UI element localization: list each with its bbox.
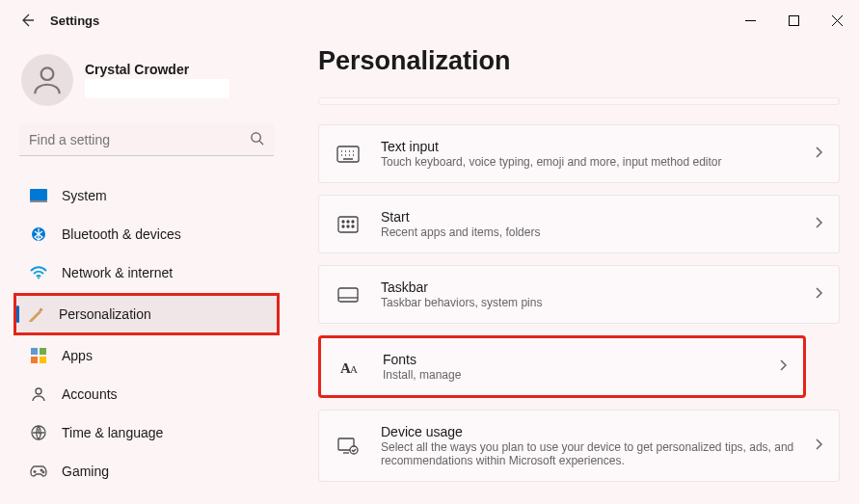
page-title: Personalization (318, 46, 840, 76)
svg-rect-8 (31, 348, 38, 355)
taskbar-icon (335, 283, 362, 306)
tile-fonts[interactable]: AA Fonts Install, manage (318, 335, 806, 398)
back-arrow-icon (19, 13, 35, 28)
svg-rect-9 (40, 348, 46, 355)
svg-rect-24 (338, 288, 358, 302)
sidebar-item-label: Personalization (59, 306, 151, 322)
user-name: Crystal Crowder (85, 62, 229, 77)
tile-device-usage[interactable]: Device usage Select all the ways you pla… (318, 410, 840, 482)
svg-rect-11 (40, 357, 46, 363)
personalization-icon (26, 306, 45, 322)
svg-rect-3 (30, 189, 47, 200)
wifi-icon (29, 265, 48, 280)
svg-point-15 (42, 471, 44, 473)
fonts-icon: AA (336, 356, 363, 379)
sidebar-item-personalization[interactable]: Personalization (16, 296, 277, 332)
svg-rect-10 (31, 357, 38, 363)
user-profile[interactable]: Crystal Crowder (21, 54, 274, 106)
sidebar-item-gaming[interactable]: Gaming (19, 453, 274, 490)
svg-point-12 (36, 388, 41, 394)
sidebar-item-label: Gaming (62, 464, 109, 479)
gaming-icon (29, 464, 48, 479)
tile-text-input[interactable]: Text input Touch keyboard, voice typing,… (318, 124, 840, 183)
svg-point-6 (38, 278, 40, 279)
sidebar-item-network[interactable]: Network & internet (19, 254, 274, 291)
svg-rect-0 (790, 15, 799, 25)
tile-title: Text input (381, 139, 794, 154)
time-language-icon (29, 425, 48, 440)
window-title: Settings (50, 13, 99, 28)
svg-point-19 (347, 221, 349, 223)
apps-icon (29, 348, 48, 363)
tile-subtitle: Touch keyboard, voice typing, emoji and … (381, 155, 794, 169)
sidebar-item-apps[interactable]: Apps (19, 337, 274, 374)
chevron-right-icon (814, 286, 823, 303)
tile-subtitle: Recent apps and items, folders (381, 225, 794, 239)
keyboard-icon (335, 143, 362, 166)
svg-point-23 (352, 225, 354, 227)
bluetooth-icon (29, 226, 48, 242)
accounts-icon (29, 386, 48, 402)
tile-start[interactable]: Start Recent apps and items, folders (318, 195, 840, 253)
minimize-icon (745, 15, 756, 26)
chevron-right-icon (814, 146, 823, 162)
sidebar-item-label: System (62, 188, 107, 203)
system-icon (29, 188, 48, 203)
sidebar-item-label: Time & language (62, 425, 163, 440)
svg-point-14 (40, 469, 42, 471)
sidebar-item-label: Accounts (62, 386, 118, 402)
svg-point-28 (350, 446, 358, 454)
sidebar-item-accounts[interactable]: Accounts (19, 376, 274, 412)
sidebar-item-label: Bluetooth & devices (62, 226, 181, 242)
tile-title: Taskbar (381, 279, 794, 295)
maximize-button[interactable] (772, 6, 816, 35)
svg-rect-17 (338, 217, 358, 232)
close-button[interactable] (816, 6, 859, 35)
svg-point-21 (342, 225, 344, 227)
tile-title: Start (381, 209, 794, 225)
chevron-right-icon (814, 216, 823, 232)
tile-title: Fonts (383, 352, 759, 367)
svg-rect-4 (30, 200, 47, 202)
svg-point-1 (41, 67, 54, 80)
user-email-redacted (85, 79, 229, 98)
main-content: Personalization Text input Touch keyboar… (289, 40, 859, 504)
device-usage-icon (335, 435, 362, 458)
sidebar-highlight: Personalization (13, 293, 280, 335)
sidebar-item-label: Apps (62, 348, 93, 363)
search-input[interactable] (19, 123, 274, 156)
sidebar-item-time-language[interactable]: Time & language (19, 414, 274, 451)
chevron-right-icon (778, 358, 788, 375)
svg-point-20 (352, 221, 354, 223)
sidebar: Crystal Crowder System Bluetooth & de (0, 40, 289, 504)
chevron-right-icon (814, 438, 823, 454)
close-icon (832, 15, 843, 26)
svg-point-2 (252, 133, 260, 142)
svg-text:A: A (350, 363, 358, 375)
start-icon (335, 213, 362, 236)
user-icon (29, 62, 66, 98)
back-button[interactable] (17, 11, 37, 30)
sidebar-item-label: Network & internet (62, 265, 173, 280)
tile-taskbar[interactable]: Taskbar Taskbar behaviors, system pins (318, 265, 840, 324)
tile-partial[interactable] (318, 97, 840, 105)
search-icon (250, 131, 264, 148)
minimize-button[interactable] (729, 6, 772, 35)
sidebar-item-system[interactable]: System (19, 177, 274, 214)
maximize-icon (789, 15, 799, 26)
tile-subtitle: Select all the ways you plan to use your… (381, 440, 794, 467)
tile-subtitle: Install, manage (383, 368, 759, 382)
sidebar-item-bluetooth[interactable]: Bluetooth & devices (19, 216, 274, 252)
avatar (21, 54, 73, 106)
tile-subtitle: Taskbar behaviors, system pins (381, 296, 794, 309)
svg-point-22 (347, 225, 349, 227)
tile-title: Device usage (381, 424, 794, 439)
svg-point-18 (342, 221, 344, 223)
